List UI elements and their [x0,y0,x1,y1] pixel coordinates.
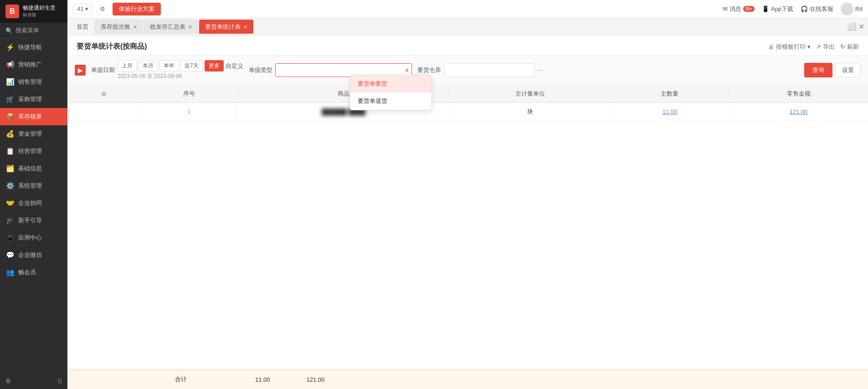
table-col-quantity: 主数量 [611,85,729,103]
sidebar-search[interactable]: 🔍 搜索菜单 [0,23,67,39]
table-header-row: ⚙ 序号 商品 主计量单位 主数量 零售金额 [67,85,868,103]
row-no-cell: 1 [141,103,238,121]
row-unit-cell: 块 [449,103,611,121]
table-col-no: 序号 [141,85,238,103]
sidebar-collapse-icon: ⟨⟩ [57,378,62,384]
sidebar-item-quick-nav[interactable]: ⚡ 快捷导航 [0,39,67,56]
sidebar-item-marketing[interactable]: 📢 营销推广 [0,56,67,73]
tab-inventory-batch[interactable]: 库存批次账 ✕ [95,20,143,34]
purchase-icon: 🛒 [5,95,15,103]
date-last-7-days-btn[interactable]: 近7天 [180,60,203,72]
filter-expand-button[interactable]: ▶ [75,65,86,76]
sidebar-item-label: 基础信息 [18,164,42,173]
sidebar: B 畅捷通好生意 标准版 🔍 搜索菜单 ⚡ 快捷导航 📢 营销推广 📊 销售管理… [0,0,67,389]
logo-icon: B [5,5,19,18]
date-group: 上月 本月 本年 近7天 更多 自定义 2023-05-06 至 2023-06… [118,60,243,80]
tab-order-summary-label: 要货单统计表 [205,23,241,31]
export-action[interactable]: ↗ 导出 [816,43,835,51]
sidebar-item-label: 库存核算 [18,113,42,121]
tab-order-summary[interactable]: 要货单统计表 ✕ [199,20,253,34]
messages-label: 消息 [729,5,741,13]
table-container: ⚙ 序号 商品 主计量单位 主数量 零售金额 1 ██████ ████ [67,85,868,338]
online-service-label: 在线客服 [810,5,833,13]
refresh-label: 刷新 [847,43,859,51]
refresh-action[interactable]: ↻ 刷新 [840,43,859,51]
sidebar-item-apps[interactable]: 📱 应用中心 [0,229,67,246]
warehouse-filter-input[interactable] [444,63,535,77]
tab-home[interactable]: 首页 [71,20,94,34]
member-icon: 👥 [5,268,15,276]
wechat-icon: 💬 [5,251,15,259]
logo-sub: 标准版 [23,12,56,18]
sidebar-item-member[interactable]: 👥 畅会员 [0,264,67,281]
tab-receivable-summary-close[interactable]: ✕ [188,24,192,30]
tab-receivable-summary[interactable]: 收发存汇总表 ✕ [144,20,198,34]
refresh-icon: ↻ [840,43,845,50]
tab-inventory-batch-close[interactable]: ✕ [133,24,137,30]
sidebar-item-label: 快捷导航 [18,43,42,51]
date-this-year-btn[interactable]: 本年 [159,60,179,72]
sidebar-item-system[interactable]: ⚙️ 系统管理 [0,177,67,194]
trial-button[interactable]: 体验行业方案 [113,3,161,15]
sidebar-item-inventory[interactable]: 📦 库存核算 [0,108,67,125]
dropdown-item-order-goods[interactable]: 要货单要货 [350,75,431,92]
data-table: ⚙ 序号 商品 主计量单位 主数量 零售金额 1 ██████ ████ [67,85,868,121]
sidebar-item-label: 资金管理 [18,130,42,138]
print-action[interactable]: 🖨 按模板打印 ▾ [768,43,811,51]
sidebar-item-label: 营销推广 [18,61,42,69]
tab-close-btn[interactable]: ✕ [858,22,864,31]
content-area: 要货单统计表(按商品) 🖨 按模板打印 ▾ ↗ 导出 ↻ 刷新 ▶ [67,36,868,389]
company-selector[interactable]: 41 ▾ [73,4,92,14]
date-more-btn[interactable]: 更多 [205,60,224,72]
export-label: 导出 [823,43,835,51]
date-filter-label: 单据日期 [91,66,115,74]
footer-amount-val: 121.00 [307,376,325,383]
system-icon: ⚙️ [5,182,15,190]
date-this-month-btn[interactable]: 本月 [139,60,158,72]
operation-icon: 📋 [5,147,15,155]
table-row: 1 ██████ ████ 块 11.00 121.00 [67,103,868,121]
sidebar-item-purchase[interactable]: 🛒 采购管理 [0,91,67,108]
sidebar-item-operation[interactable]: 📋 经营管理 [0,143,67,160]
table-col-settings[interactable]: ⚙ [67,85,141,103]
app-icon: 📱 [762,5,769,12]
warehouse-filter-label: 要货仓库 [417,66,441,74]
app-download-action[interactable]: 📱 App下载 [762,5,793,13]
date-prev-month-btn[interactable]: 上月 [118,60,137,72]
sales-icon: 📊 [5,78,15,86]
footer-total-label: 合计 [175,375,187,384]
sidebar-item-finance[interactable]: 💰 资金管理 [0,125,67,143]
messages-action[interactable]: ✉ 消息 99+ [723,5,755,13]
logo-title: 畅捷通好生意 [23,5,56,12]
sidebar-bottom[interactable]: ⚙ ⟨⟩ [0,373,67,389]
sidebar-item-enterprise[interactable]: 🤝 企业协同 [0,194,67,212]
page-header: 要货单统计表(按商品) 🖨 按模板打印 ▾ ↗ 导出 ↻ 刷新 [67,36,868,56]
tab-order-summary-close[interactable]: ✕ [243,24,247,30]
sidebar-item-label: 应用中心 [18,234,42,242]
row-amount-cell[interactable]: 121.00 [729,103,868,121]
service-icon: 🎧 [801,5,808,12]
apps-icon: 📱 [5,234,15,242]
warehouse-more-icon[interactable]: ··· [538,66,544,74]
query-button[interactable]: 查询 [804,63,832,77]
search-icon: 🔍 [5,27,13,34]
sidebar-item-label: 新手引导 [18,216,42,225]
type-filter-clear-icon[interactable]: ∧ [405,67,409,74]
basic-icon: 🗂️ [5,164,15,173]
type-filter-label: 单据类型 [249,66,272,74]
header-settings-btn[interactable]: ⚙ [96,3,109,15]
row-quantity-cell[interactable]: 11.00 [611,103,729,121]
tab-minimize-btn[interactable]: ⬜ [847,22,857,31]
sidebar-item-sales[interactable]: 📊 销售管理 [0,73,67,91]
marketing-icon: 📢 [5,61,15,69]
online-service-action[interactable]: 🎧 在线客服 [801,5,833,13]
sidebar-item-basic[interactable]: 🗂️ 基础信息 [0,160,67,177]
dropdown-item-order-return[interactable]: 要货单退货 [350,92,431,110]
user-name: Rit [855,5,863,12]
top-header-left: 41 ▾ ⚙ 体验行业方案 [73,3,161,15]
settings-button[interactable]: 设置 [835,63,861,77]
sidebar-item-wechat[interactable]: 💬 企业微信 [0,246,67,264]
top-header-right: ✉ 消息 99+ 📱 App下载 🎧 在线客服 Rit [723,3,863,15]
sidebar-item-guide[interactable]: 🎓 新手引导 [0,212,67,229]
user-profile[interactable]: Rit [841,3,863,15]
